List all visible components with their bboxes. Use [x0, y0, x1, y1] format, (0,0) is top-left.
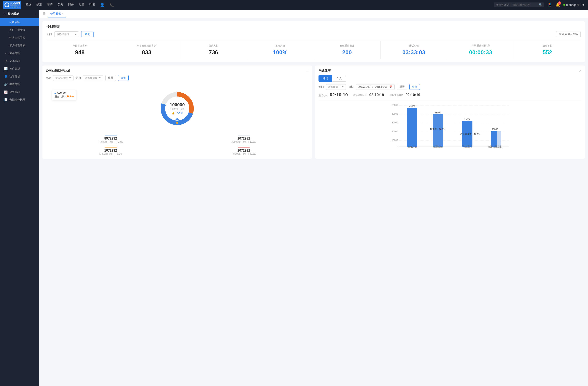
comm-tab-dept[interactable]: 部门 — [318, 75, 332, 82]
sidebar-item-sales-manager[interactable]: 销售主管看板 — [0, 34, 39, 42]
metric-item-5: 通话时长 03:33:03 — [380, 41, 447, 59]
sidebar-item-icon-8: 🔗 — [4, 83, 7, 86]
performance-reset-button[interactable]: 重置 — [105, 75, 116, 81]
sidebar-item-channel[interactable]: 🔗 渠道分析 — [0, 80, 39, 88]
target-metric-value-1: 1072932 — [179, 137, 309, 140]
nav-icon-person[interactable]: 👤 — [100, 2, 105, 8]
performance-panel-header: 公司业绩目标达成 ↗ — [46, 69, 309, 73]
today-filter-row: 部门 请选择部门 ▼ 查询 ⚙ 设置显示指标 — [46, 31, 581, 37]
comm-tab-personal[interactable]: 个人 — [332, 75, 346, 82]
bottom-panels: 公司业绩目标达成 ↗ 目标 请选择目标 ▼ 周期 请选择周期 ▼ — [42, 65, 585, 159]
target-select[interactable]: 请选择目标 ▼ — [53, 75, 74, 81]
performance-expand-icon[interactable]: ↗ — [306, 69, 309, 72]
sidebar-item-icon-10: 📄 — [4, 98, 7, 101]
settings-label: 设置显示指标 — [562, 32, 578, 36]
sidebar-item-customer-manager[interactable]: 客户经理看板 — [0, 42, 39, 49]
sidebar-item-icon-9: 📈 — [4, 90, 7, 94]
metric-value-5: 03:33:03 — [383, 49, 445, 56]
nav-icon-phone[interactable]: 📞 — [109, 2, 114, 8]
date-start: 2018/01/08 — [358, 85, 370, 88]
nav-item-data[interactable]: 数据 — [26, 2, 31, 8]
period-select[interactable]: 请选择周期 ▼ — [83, 75, 103, 81]
tab-toggle-icon[interactable]: ☰ — [42, 12, 45, 16]
sidebar-item-label-7: 访客分析 — [9, 75, 20, 78]
sidebar-item-label-2: 销售主管看板 — [9, 36, 25, 39]
metric-label-0: 今日首咨客户 — [49, 44, 111, 48]
sidebar-item-promo-analysis[interactable]: 📊 推广分析 — [0, 65, 39, 73]
today-section-title: 今日数据 — [46, 24, 581, 29]
settings-link[interactable]: ⚙ 设置显示指标 — [556, 31, 581, 37]
comm-query-button[interactable]: 查询 — [409, 84, 420, 90]
metric-value-2: 736 — [183, 49, 244, 56]
donut-center-value: 100000 — [169, 102, 185, 108]
user-info[interactable]: manager11 ▼ — [563, 3, 585, 6]
username: manager11 — [566, 3, 581, 6]
target-filter-row: 目标 请选择目标 ▼ 周期 请选择周期 ▼ 重置 查询 — [46, 75, 309, 81]
sidebar-item-label-4: 漏斗分析 — [9, 51, 20, 55]
today-query-button[interactable]: 查询 — [81, 31, 93, 37]
performance-query-button[interactable]: 查询 — [118, 75, 129, 81]
nav-item-leads[interactable]: 线索 — [36, 2, 42, 8]
bar-chart-svg: 50000 40000 30000 20000 10000 0 — [318, 103, 582, 148]
content-area: ☰ 公司看板 × 今日数据 部门 请选择部门 ▼ 查询 ⚙ — [39, 10, 588, 386]
nav-item-enroll[interactable]: 报名 — [89, 2, 95, 8]
page-content: 今日数据 部门 请选择部门 ▼ 查询 ⚙ 设置显示指标 今日首咨客户 — [39, 18, 588, 386]
target-metric-bar-1 — [238, 135, 250, 135]
search-input[interactable] — [513, 3, 537, 6]
comm-reset-button[interactable]: 重置 — [397, 84, 407, 90]
tab-close-icon[interactable]: × — [62, 12, 63, 15]
avg-call-info-icon[interactable]: ⓘ — [487, 44, 490, 48]
sidebar-item-label-6: 推广分析 — [9, 67, 20, 71]
device-icon[interactable]: 📱 — [547, 2, 552, 7]
donut-achieved-badge: 👍 已达成 — [169, 111, 185, 115]
sidebar-item-funnel[interactable]: ▿ 漏斗分析 — [0, 49, 39, 57]
nav-item-ops[interactable]: 运营 — [79, 2, 84, 8]
notification-icon[interactable]: 🔔 5 — [556, 3, 560, 7]
today-data-card: 今日数据 部门 请选择部门 ▼ 查询 ⚙ 设置显示指标 今日首咨客户 — [42, 21, 585, 62]
metric-label-6: 平均通话时长 ⓘ — [450, 44, 511, 48]
target-metric-value-3: 1072932 — [179, 149, 309, 152]
sidebar-item-data-flow[interactable]: 📄 数据流转记录 — [0, 96, 39, 104]
tab-company-board[interactable]: 公司看板 × — [48, 10, 66, 18]
comm-panel-header: 沟通效率 ↗ — [318, 69, 582, 73]
user-dropdown-icon[interactable]: ▼ — [582, 3, 585, 6]
search-type-select[interactable]: 手机号码 — [495, 3, 509, 6]
metric-item-6: 平均通话时长 ⓘ 00:00:33 — [447, 41, 514, 59]
sidebar-item-promo-manager[interactable]: 推广主管看板 — [0, 26, 39, 34]
metric-label-1: 今日有效首咨客户 — [116, 44, 177, 48]
comm-expand-icon[interactable]: ↗ — [579, 69, 582, 72]
svg-rect-27 — [491, 131, 497, 147]
nav-item-customers[interactable]: 客户 — [47, 2, 53, 8]
communication-panel: 沟通效率 ↗ 部门 个人 部门 请选择部门 ▼ 日期 — [315, 65, 585, 159]
svg-text:接通率：70.9%: 接通率：70.9% — [430, 128, 445, 130]
sidebar-item-visitor[interactable]: 👤 访客分析 — [0, 73, 39, 80]
sidebar-section-title: 数据看板 — [8, 12, 19, 16]
nav-item-finance[interactable]: 财务 — [68, 2, 74, 8]
metric-value-1: 833 — [116, 49, 177, 56]
calendar-icon[interactable]: 📅 — [389, 85, 392, 88]
sidebar-item-sales-analysis[interactable]: 📈 销售分析 — [0, 88, 39, 96]
date-range-picker[interactable]: 2018/01/08 至 2018/01/08 📅 — [356, 84, 395, 90]
dept-filter-select[interactable]: 请选择部门 ▼ — [54, 31, 79, 37]
metric-item-0: 今日首咨客户 948 — [46, 41, 113, 59]
nav-item-public[interactable]: 公海 — [58, 2, 63, 8]
sidebar-section-header[interactable]: ☷ 数据看板 ↑ — [0, 10, 39, 18]
sidebar-item-cost[interactable]: ◔ 成本分析 — [0, 57, 39, 65]
comm-dept-select[interactable]: 请选择部门 ▼ — [326, 84, 346, 90]
sidebar-item-company-board[interactable]: 公司看板 — [0, 18, 39, 26]
logo-icon — [4, 2, 9, 7]
svg-rect-17 — [407, 108, 417, 147]
svg-text:拨打次数: 拨打次数 — [407, 145, 417, 148]
logo-text: 云朵CRM 教育机构一站 式服务云平台 — [10, 2, 20, 8]
svg-text:0: 0 — [397, 145, 398, 148]
bar-chart-container: 50000 40000 30000 20000 10000 0 — [318, 103, 582, 152]
metric-value-3: 100% — [249, 49, 311, 56]
svg-text:35000: 35000 — [435, 111, 441, 114]
sidebar-item-label-3: 客户经理看板 — [9, 44, 25, 47]
main-layout: ☷ 数据看板 ↑ 公司看板 推广主管看板 销售主管看板 客户经理看板 ▿ 漏斗分… — [0, 10, 588, 386]
search-button[interactable]: 🔍 — [539, 3, 542, 6]
sidebar-collapse-icon[interactable]: ↑ — [35, 12, 36, 16]
metric-item-4: 有效通话次数 200 — [314, 41, 380, 59]
comm-stat-1: 有效通话时长 02:10:19 — [353, 93, 385, 97]
target-metric-value-0: 8972932 — [46, 137, 176, 140]
